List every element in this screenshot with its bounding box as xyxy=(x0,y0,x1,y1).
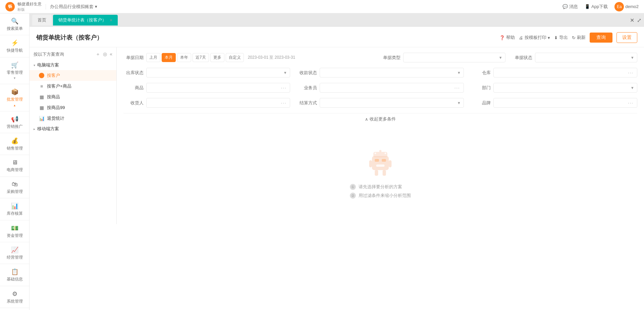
tab-sales-stats-label: 销货单统计表（按客户） xyxy=(58,17,106,23)
settings-button[interactable]: 设置 xyxy=(616,32,637,43)
settings-scheme-btn[interactable]: ◎ xyxy=(103,51,107,57)
sidebar-item-inventory[interactable]: 📊 库存核算 xyxy=(0,198,29,220)
warehouse-ellipsis[interactable]: ··· xyxy=(493,68,637,78)
scheme-group-mobile: ▸ 移动端方案 xyxy=(30,124,116,134)
salesperson-ellipsis[interactable]: ··· xyxy=(320,83,464,93)
outstock-dropdown[interactable]: ▾ xyxy=(146,68,290,78)
sidebar-item-sys-mgmt[interactable]: ⚙ 系统管理 xyxy=(0,286,29,308)
payment-method-label: 结算方式 xyxy=(297,100,317,106)
filter-row-2: 出库状态 ▾ 收款状态 ▾ xyxy=(123,68,637,78)
print-btn[interactable]: 🖨 按模板打印 ▾ xyxy=(519,35,550,41)
top-header: 畅 畅捷通好生意 标版 办公用品行业模拟账套 ▾ 💬 消息 📱 App下载 Ea… xyxy=(0,0,644,13)
date-btn-custom[interactable]: 自定义 xyxy=(226,53,244,62)
page-title: 销货单统计表（按客户） xyxy=(36,34,103,42)
payment-method-arrow-icon: ▾ xyxy=(458,100,460,105)
sidebar-item-purchase[interactable]: 🛍 采购管理 xyxy=(0,177,29,198)
industry-selector[interactable]: 办公用品行业模拟账套 ▾ xyxy=(50,4,97,10)
tab-maximize-btn[interactable]: ⤢ xyxy=(637,17,641,23)
export-btn[interactable]: ⬇ 导出 xyxy=(554,35,568,41)
industry-name: 办公用品行业模拟账套 xyxy=(50,4,94,10)
sidebar-item-retail-mgmt[interactable]: 🛒 零售管理 ▾ xyxy=(0,57,29,84)
tab-close-icon[interactable]: × xyxy=(110,17,112,23)
by-customer-label: 按客户 xyxy=(47,72,60,79)
sidebar: 🔍 搜索菜单 ⚡ 快捷导航 🛒 零售管理 ▾ 📦 批发管理 ▴ 📢 营销推广 💰… xyxy=(0,13,30,310)
outstock-arrow-icon: ▾ xyxy=(284,70,286,75)
goods-ellipsis[interactable]: ··· xyxy=(146,83,290,93)
inventory-label: 库存核算 xyxy=(7,211,23,216)
desktop-group-label: 电脑端方案 xyxy=(37,62,59,68)
svg-point-9 xyxy=(379,150,382,152)
sidebar-item-finance[interactable]: 💵 资金管理 xyxy=(0,220,29,242)
scheme-item-by-customer[interactable]: 按客户 xyxy=(30,70,116,81)
inventory-icon: 📊 xyxy=(11,202,18,210)
app-download-btn[interactable]: 📱 App下载 xyxy=(585,4,608,10)
payment-status-dropdown[interactable]: ▾ xyxy=(320,68,464,78)
username-label: demo2 xyxy=(625,4,639,9)
scheme-group-desktop-header[interactable]: ▾ 电脑端方案 xyxy=(30,60,116,70)
scheme-item-return-stats[interactable]: 📊 退货统计 xyxy=(30,113,116,124)
receiver-ellipsis[interactable]: ··· xyxy=(146,98,290,108)
sales-mgmt-label: 销售管理 xyxy=(7,146,23,151)
refresh-btn[interactable]: ↻ 刷新 xyxy=(572,35,586,41)
basic-info-icon: 📋 xyxy=(11,268,18,275)
order-type-dropdown[interactable]: ▾ xyxy=(403,53,505,62)
sidebar-item-search-menu[interactable]: 🔍 搜索菜单 xyxy=(0,13,29,35)
user-area[interactable]: Ea demo2 xyxy=(614,2,639,11)
tab-sales-stats[interactable]: 销货单统计表（按客户） × xyxy=(53,15,118,25)
scheme-title: 按以下方案查询 xyxy=(34,51,64,57)
scheme-group-desktop: ▾ 电脑端方案 按客户 ≡ 按客户+商品 xyxy=(30,60,116,124)
date-btn-this-year[interactable]: 本年 xyxy=(177,53,191,62)
tab-home[interactable]: 首页 xyxy=(32,15,52,25)
page-header: 销货单统计表（按客户） ❓ 帮助 🖨 按模板打印 ▾ ⬇ xyxy=(30,27,644,47)
query-button[interactable]: 查询 xyxy=(590,33,612,43)
message-btn[interactable]: 💬 消息 xyxy=(562,4,578,10)
scheme-item-by-customer-goods[interactable]: ≡ 按客户+商品 xyxy=(30,81,116,92)
sidebar-item-sales-mgmt[interactable]: 💰 销售管理 xyxy=(0,133,29,155)
department-dropdown[interactable]: ▾ xyxy=(493,83,637,93)
sidebar-item-wholesale-mgmt[interactable]: 📦 批发管理 ▴ xyxy=(0,84,29,111)
return-stats-icon: 📊 xyxy=(39,116,44,121)
retail-mgmt-arrow: ▾ xyxy=(14,76,15,80)
date-btn-7days[interactable]: 近7天 xyxy=(193,53,209,62)
date-btn-more[interactable]: 更多 xyxy=(210,53,224,62)
sidebar-item-ops[interactable]: 📈 经营管理 xyxy=(0,242,29,264)
hint-num-1: ① xyxy=(350,184,356,190)
add-scheme-btn[interactable]: ＋ xyxy=(96,51,100,57)
svg-rect-4 xyxy=(369,160,372,167)
date-btn-last-month[interactable]: 上月 xyxy=(146,53,160,62)
help-btn[interactable]: ❓ 帮助 xyxy=(499,35,515,41)
scheme-group-mobile-header[interactable]: ▸ 移动端方案 xyxy=(30,124,116,134)
date-range: 2023-03-01 至 2023-03-31 xyxy=(248,55,295,60)
sidebar-item-marketing[interactable]: 📢 营销推广 xyxy=(0,111,29,133)
finance-label: 资金管理 xyxy=(7,233,23,238)
desktop-group-arrow-icon: ▾ xyxy=(34,63,35,67)
sidebar-item-basic-info[interactable]: 📋 基础信息 xyxy=(0,264,29,286)
export-label: 导出 xyxy=(559,35,568,41)
sidebar-item-quick-nav[interactable]: ⚡ 快捷导航 xyxy=(0,35,29,57)
payment-method-dropdown[interactable]: ▾ xyxy=(320,98,464,108)
logo-icon: 畅 xyxy=(5,2,15,11)
scheme-item-by-goods-99[interactable]: ▦ 按商品99 xyxy=(30,102,116,113)
scheme-item-by-goods[interactable]: ▦ 按商品 xyxy=(30,92,116,102)
tab-close-btn[interactable]: ✕ xyxy=(630,17,634,23)
print-arrow-icon: ▾ xyxy=(548,35,550,40)
content-area: 首页 销货单统计表（按客户） × ✕ ⤢ 销货单统计表（按客户） ❓ xyxy=(30,13,644,310)
filter-area: 单据日期 上月 本月 本年 近7天 更多 自定义 2023-03-01 至 20… xyxy=(117,47,644,224)
order-status-dropdown[interactable]: ▾ xyxy=(535,53,637,62)
collapse-row[interactable]: ∧ 收起更多条件 xyxy=(123,113,637,125)
filter-col-receiver: 收货人 ··· xyxy=(123,98,290,108)
purchase-icon: 🛍 xyxy=(12,181,18,188)
help-label: 帮助 xyxy=(506,35,515,41)
empty-hint-2-text: 用过滤条件来缩小分析范围 xyxy=(359,193,411,199)
department-label: 部门 xyxy=(471,85,491,91)
date-btn-this-month[interactable]: 本月 xyxy=(162,53,176,62)
filter-col-date: 单据日期 上月 本月 本年 近7天 更多 自定义 2023-03-01 至 20… xyxy=(123,53,374,62)
retail-mgmt-icon: 🛒 xyxy=(11,61,18,69)
app-download-label: App下载 xyxy=(591,4,608,10)
page-content: 销货单统计表（按客户） ❓ 帮助 🖨 按模板打印 ▾ ⬇ xyxy=(30,27,644,310)
collapse-scheme-btn[interactable]: « xyxy=(110,51,112,57)
sidebar-item-enterprise[interactable]: 🤝 企业协同 xyxy=(0,308,29,310)
brand-ellipsis[interactable]: ··· xyxy=(493,98,637,108)
filter-col-outstock: 出库状态 ▾ xyxy=(123,68,290,78)
sidebar-item-ecommerce[interactable]: 🖥 电商管理 xyxy=(0,155,29,176)
